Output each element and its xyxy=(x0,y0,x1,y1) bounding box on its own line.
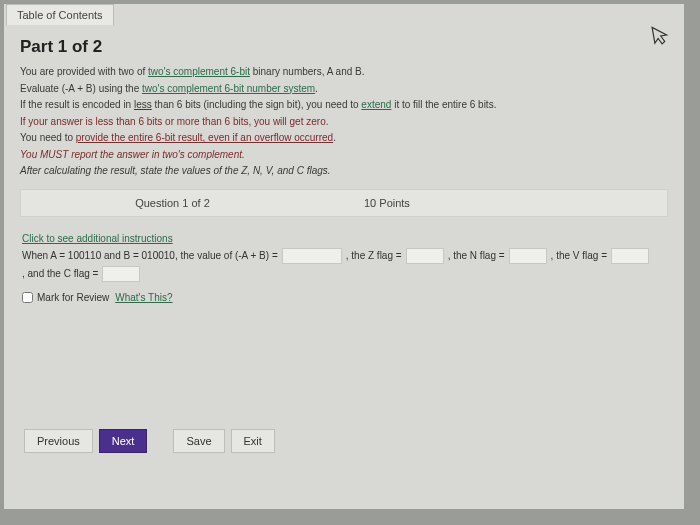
part-heading: Part 1 of 2 xyxy=(20,37,668,57)
question-prompt: When A = 100110 and B = 010010, the valu… xyxy=(22,250,278,261)
mark-for-review-row: Mark for Review What's This? xyxy=(22,292,666,303)
inst-text: . xyxy=(315,83,318,94)
whats-this-link[interactable]: What's This? xyxy=(115,292,172,303)
nav-bar: Previous Next Save Exit xyxy=(24,429,275,453)
inst-text: . xyxy=(333,132,336,143)
inst-text: Evaluate (-A + B) using the xyxy=(20,83,142,94)
answer-input-v[interactable] xyxy=(611,248,649,264)
mark-for-review-label: Mark for Review xyxy=(37,292,109,303)
twos-complement-link[interactable]: two's complement 6-bit xyxy=(148,66,250,77)
question-bar: Question 1 of 2 10 Points xyxy=(20,189,668,217)
inst-text: If the result is encoded in xyxy=(20,99,134,110)
extend-link[interactable]: extend xyxy=(361,99,391,110)
label-zflag: , the Z flag = xyxy=(346,250,402,261)
save-button[interactable]: Save xyxy=(173,429,224,453)
inst-text: You need to xyxy=(20,132,76,143)
label-nflag: , the N flag = xyxy=(448,250,505,261)
label-cflag: , and the C flag = xyxy=(22,268,98,279)
inst-text: You are provided with two of xyxy=(20,66,148,77)
question-points: 10 Points xyxy=(324,197,667,209)
exit-button[interactable]: Exit xyxy=(231,429,275,453)
mark-for-review-checkbox[interactable] xyxy=(22,292,33,303)
label-vflag: , the V flag = xyxy=(551,250,607,261)
inst-must-report: You MUST report the answer in two's comp… xyxy=(20,148,668,163)
inst-underline: less xyxy=(134,99,152,110)
content-area: Part 1 of 2 You are provided with two of… xyxy=(4,25,684,317)
inst-flags: After calculating the result, state the … xyxy=(20,164,668,179)
instructions-block: You are provided with two of two's compl… xyxy=(20,65,668,179)
answer-input-n[interactable] xyxy=(509,248,547,264)
provide-result-link[interactable]: provide the entire 6-bit result, even if… xyxy=(76,132,333,143)
inst-warning: If your answer is less than 6 bits or mo… xyxy=(20,115,668,130)
previous-button[interactable]: Previous xyxy=(24,429,93,453)
inst-text: it to fill the entire 6 bits. xyxy=(391,99,496,110)
additional-instructions-link[interactable]: Click to see additional instructions xyxy=(22,233,173,244)
answer-input-c[interactable] xyxy=(102,266,140,282)
question-body: Click to see additional instructions Whe… xyxy=(20,229,668,309)
page: Table of Contents Part 1 of 2 You are pr… xyxy=(4,4,684,509)
toc-tab[interactable]: Table of Contents xyxy=(6,4,114,25)
next-button[interactable]: Next xyxy=(99,429,148,453)
number-system-link[interactable]: two's complement 6-bit number system xyxy=(142,83,315,94)
inst-text: than 6 bits (including the sign bit), yo… xyxy=(152,99,362,110)
answer-input-z[interactable] xyxy=(406,248,444,264)
answer-input-result[interactable] xyxy=(282,248,342,264)
inst-text: binary numbers, A and B. xyxy=(250,66,365,77)
answer-line: When A = 100110 and B = 010010, the valu… xyxy=(22,248,666,282)
question-number: Question 1 of 2 xyxy=(21,197,324,209)
